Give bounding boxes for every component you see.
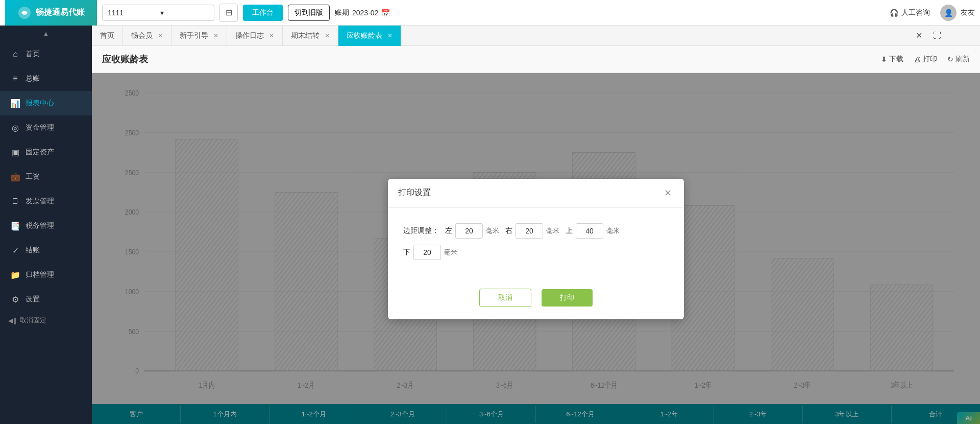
salary-icon: 💼 (10, 172, 20, 182)
page-actions: ⬇ 下载 🖨 打印 ↻ 刷新 (881, 55, 970, 64)
tab-ar-aging-close[interactable]: ✕ (387, 32, 393, 39)
modal-close-button[interactable]: ✕ (662, 187, 674, 199)
margin-left-input[interactable] (455, 223, 483, 239)
margin-top-group: 上 毫米 (566, 223, 620, 239)
margin-bottom-unit: 毫米 (444, 248, 457, 257)
main-layout: ▲ ⌂ 首页 ≡ 总账 📊 报表中心 ◎ 资金管理 ▣ 固定资产 💼 工资 🗒 … (0, 26, 980, 424)
margin-left-group: 左 毫米 (445, 223, 499, 239)
pin-icon: ◀‖ (8, 317, 17, 324)
copy-icon-btn[interactable]: ⊟ (219, 4, 238, 22)
app-name: 畅捷通易代账 (36, 7, 85, 18)
sidebar-item-tax[interactable]: 📑 税务管理 (0, 214, 92, 238)
funds-icon: ◎ (10, 123, 20, 133)
margin-bottom-group: 下 毫米 (403, 245, 457, 260)
sidebar-item-reports-label: 报表中心 (26, 99, 54, 108)
archive-icon: 📁 (10, 270, 20, 280)
tab-guide[interactable]: 新手引导 ✕ (172, 26, 227, 46)
tab-member-close[interactable]: ✕ (158, 32, 163, 39)
modal-footer: 取消 打印 (388, 280, 684, 319)
sidebar-item-home[interactable]: ⌂ 首页 (0, 42, 92, 66)
modal-overlay: 打印设置 ✕ 边距调整： 左 毫米 (92, 73, 980, 424)
margin-label: 边距调整： (403, 226, 439, 235)
refresh-icon: ↻ (947, 55, 953, 63)
sidebar-item-fixed-assets-label: 固定资产 (26, 148, 54, 157)
sidebar-item-fixed-assets[interactable]: ▣ 固定资产 (0, 140, 92, 164)
sidebar-item-tax-label: 税务管理 (26, 221, 54, 230)
refresh-button[interactable]: ↻ 刷新 (947, 55, 970, 64)
company-select[interactable]: 1111 ▾ (102, 5, 214, 21)
workspace-button[interactable]: 工作台 (243, 5, 283, 21)
tab-home[interactable]: 首页 (92, 26, 123, 46)
reports-icon: 📊 (10, 98, 20, 108)
company-name: 1111 (108, 9, 156, 17)
margin-top-label: 上 (566, 226, 573, 235)
avatar-icon: 👤 (944, 9, 953, 17)
sidebar-item-archive[interactable]: 📁 归档管理 (0, 263, 92, 287)
header-right: 🎧 人工咨询 👤 友友 (890, 5, 975, 21)
tab-ar-aging-label: 应收账龄表 (347, 31, 382, 40)
margin-top-unit: 毫米 (606, 226, 620, 235)
sidebar-item-checkout[interactable]: ✓ 结账 (0, 238, 92, 263)
sidebar: ▲ ⌂ 首页 ≡ 总账 📊 报表中心 ◎ 资金管理 ▣ 固定资产 💼 工资 🗒 … (0, 26, 92, 424)
support-button[interactable]: 🎧 人工咨询 (890, 8, 930, 17)
tab-operation-log-close[interactable]: ✕ (269, 32, 274, 39)
avatar: 👤 (940, 5, 957, 21)
margin-bottom-label: 下 (403, 248, 410, 257)
tab-member[interactable]: 畅会员 ✕ (123, 26, 172, 46)
download-button[interactable]: ⬇ 下载 (881, 55, 903, 64)
calendar-icon[interactable]: 📅 (381, 9, 390, 17)
tab-period-end-close[interactable]: ✕ (325, 32, 330, 39)
cancel-fixed-button[interactable]: ◀‖ 取消固定 (0, 312, 92, 329)
switch-version-button[interactable]: 切到旧版 (288, 5, 330, 21)
modal-header: 打印设置 ✕ (388, 179, 684, 208)
margin-left-unit: 毫米 (486, 226, 499, 235)
support-label: 人工咨询 (901, 8, 930, 17)
tab-guide-close[interactable]: ✕ (213, 32, 218, 39)
tax-icon: 📑 (10, 221, 20, 231)
fixed-assets-icon: ▣ (10, 147, 20, 157)
tab-member-label: 畅会员 (131, 31, 153, 40)
tab-ar-aging[interactable]: 应收账龄表 ✕ (338, 26, 401, 46)
sidebar-item-funds[interactable]: ◎ 资金管理 (0, 115, 92, 140)
sidebar-item-home-label: 首页 (26, 50, 40, 59)
margin-bottom-input[interactable] (413, 245, 441, 260)
maximize-tab-button[interactable]: ⛶ (930, 29, 944, 43)
sidebar-item-archive-label: 归档管理 (26, 270, 54, 279)
sidebar-item-ledger-label: 总账 (26, 74, 40, 83)
sidebar-item-invoice[interactable]: 🗒 发票管理 (0, 189, 92, 214)
download-icon: ⬇ (881, 55, 887, 63)
margin-top-input[interactable] (576, 223, 603, 239)
period-area: 账期 2023-02 📅 (335, 8, 390, 17)
print-button[interactable]: 🖨 打印 (914, 55, 937, 64)
close-tab-button[interactable]: ✕ (912, 29, 926, 43)
page-header: 应收账龄表 ⬇ 下载 🖨 打印 ↻ 刷新 (92, 46, 980, 73)
username: 友友 (961, 8, 975, 17)
sidebar-item-ledger[interactable]: ≡ 总账 (0, 66, 92, 91)
content-area: 首页 畅会员 ✕ 新手引导 ✕ 操作日志 ✕ 期末结转 ✕ 应收账龄表 ✕ (92, 26, 980, 424)
tab-period-end[interactable]: 期末结转 ✕ (283, 26, 338, 46)
chart-and-table: 2500 2500 2500 2000 1500 1000 500 0 (92, 73, 980, 424)
user-area[interactable]: 👤 友友 (940, 5, 975, 21)
home-icon: ⌂ (10, 49, 20, 59)
margin-right-group: 右 毫米 (505, 223, 559, 239)
sidebar-item-reports[interactable]: 📊 报表中心 (0, 91, 92, 115)
sidebar-item-salary[interactable]: 💼 工资 (0, 164, 92, 189)
margin-right-label: 右 (505, 226, 512, 235)
print-icon: 🖨 (914, 55, 921, 63)
print-label: 打印 (923, 55, 937, 64)
print-confirm-button[interactable]: 打印 (542, 289, 593, 307)
margin-right-input[interactable] (516, 223, 543, 239)
scroll-up-button[interactable]: ▲ (0, 26, 92, 42)
tab-guide-label: 新手引导 (180, 31, 208, 40)
sidebar-item-checkout-label: 结账 (26, 246, 40, 255)
refresh-label: 刷新 (955, 55, 970, 64)
invoice-icon: 🗒 (10, 196, 20, 206)
cancel-button[interactable]: 取消 (479, 289, 531, 307)
sidebar-item-settings-label: 设置 (26, 295, 40, 304)
chevron-down-icon: ▾ (160, 9, 209, 17)
sidebar-item-settings[interactable]: ⚙ 设置 (0, 287, 92, 312)
sidebar-item-invoice-label: 发票管理 (26, 197, 54, 206)
tab-operation-log[interactable]: 操作日志 ✕ (227, 26, 283, 46)
margin-left-label: 左 (445, 226, 452, 235)
page-title: 应收账龄表 (102, 53, 148, 65)
